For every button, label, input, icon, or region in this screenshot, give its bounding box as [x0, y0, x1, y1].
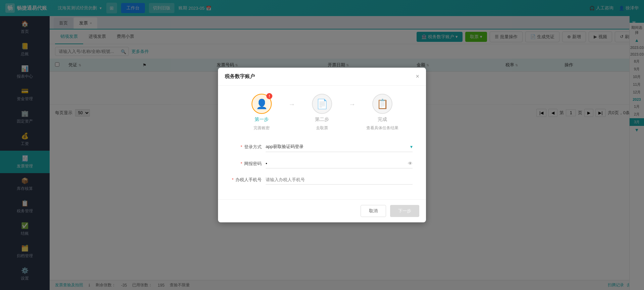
- step-2-doc-icon: 📄: [316, 98, 328, 110]
- step-1-person-icon: 👤: [256, 98, 268, 110]
- next-button[interactable]: 下一步: [390, 205, 419, 217]
- step-3: 📋 完成 查看具体任务结果: [356, 94, 409, 131]
- modal-footer: 取消 下一步: [218, 199, 426, 222]
- phone-label: * 办税人手机号: [231, 177, 262, 183]
- steps: 👤 ! 第一步 完善账密 → 📄 第二步 去取票 →: [231, 94, 413, 131]
- step-arrow-2: →: [349, 94, 356, 108]
- password-label: * 网报密码: [231, 161, 262, 167]
- login-method-select[interactable]: app获取验证码登录 ▾: [266, 142, 413, 152]
- select-dropdown-icon: ▾: [410, 144, 413, 149]
- phone-input[interactable]: [266, 175, 413, 185]
- password-input[interactable]: [266, 161, 408, 166]
- step-1: 👤 ! 第一步 完善账密: [235, 94, 288, 131]
- step-2-icon: 📄: [312, 94, 332, 114]
- phone-row: * 办税人手机号: [231, 175, 413, 185]
- step-3-desc: 查看具体任务结果: [366, 125, 398, 131]
- login-method-label: * 登录方式: [231, 144, 262, 150]
- modal-overlay[interactable]: 税务数字账户 × 👤 ! 第一步 完善账密 → 📄: [0, 0, 644, 290]
- step-1-desc: 完善账密: [254, 125, 270, 131]
- step-1-icon: 👤 !: [252, 94, 272, 114]
- login-method-value: app获取验证码登录: [266, 144, 304, 150]
- password-wrap: 👁: [266, 159, 413, 168]
- step-3-icon: 📋: [372, 94, 392, 114]
- step-2-desc: 去取票: [316, 125, 328, 131]
- modal-close-button[interactable]: ×: [416, 73, 419, 80]
- step-1-title: 第一步: [255, 117, 269, 123]
- step-3-clipboard-icon: 📋: [377, 98, 388, 110]
- step-3-title: 完成: [378, 117, 387, 123]
- step-2-title: 第二步: [315, 117, 329, 123]
- eye-icon[interactable]: 👁: [408, 161, 413, 166]
- modal-title: 税务数字账户: [225, 73, 255, 80]
- step-1-error-badge: !: [266, 93, 272, 99]
- cancel-button[interactable]: 取消: [361, 205, 386, 217]
- step-arrow-1: →: [288, 94, 295, 108]
- modal-tax-digital: 税务数字账户 × 👤 ! 第一步 完善账密 → 📄: [218, 68, 426, 222]
- modal-header: 税务数字账户 ×: [218, 68, 426, 86]
- password-row: * 网报密码 👁: [231, 159, 413, 168]
- login-method-row: * 登录方式 app获取验证码登录 ▾: [231, 142, 413, 152]
- step-2: 📄 第二步 去取票: [295, 94, 349, 131]
- modal-body: 👤 ! 第一步 完善账密 → 📄 第二步 去取票 →: [218, 86, 426, 199]
